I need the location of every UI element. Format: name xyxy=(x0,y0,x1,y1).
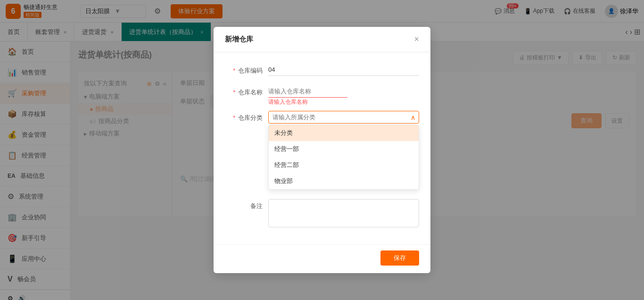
name-input[interactable] xyxy=(268,85,347,98)
code-input[interactable] xyxy=(268,64,419,76)
category-field-row: * 仓库分类 ∧ 未分类 经营一部 经营二部 物业部 xyxy=(225,111,419,124)
name-label: * 仓库名称 xyxy=(225,85,263,97)
notes-label: 备注 xyxy=(225,199,263,210)
dropdown-item-2[interactable]: 经营二部 xyxy=(269,157,419,173)
name-error-msg: 请输入仓库名称 xyxy=(268,98,308,106)
dropdown-item-3[interactable]: 物业部 xyxy=(269,173,419,189)
modal-new-warehouse: 新增仓库 × * 仓库编码 * 仓库名称 请输入仓库名称 * xyxy=(214,27,430,273)
dropdown-item-0[interactable]: 未分类 xyxy=(269,125,419,141)
notes-textarea[interactable] xyxy=(268,199,419,227)
save-button[interactable]: 保存 xyxy=(380,250,419,266)
category-select-wrap: ∧ 未分类 经营一部 经营二部 物业部 xyxy=(268,111,419,124)
category-label: * 仓库分类 xyxy=(225,111,263,122)
category-input[interactable] xyxy=(268,111,419,124)
category-dropdown: 未分类 经营一部 经营二部 物业部 xyxy=(268,125,419,190)
code-label: * 仓库编码 xyxy=(225,64,263,75)
notes-field-row: 备注 xyxy=(225,199,419,227)
modal-header: 新增仓库 × xyxy=(214,27,430,52)
code-field-row: * 仓库编码 xyxy=(225,64,419,76)
modal-title: 新增仓库 xyxy=(225,35,253,44)
modal-body: * 仓库编码 * 仓库名称 请输入仓库名称 * 仓库分类 ∧ xyxy=(214,52,430,244)
name-field-row: * 仓库名称 请输入仓库名称 xyxy=(225,85,419,98)
dropdown-item-1[interactable]: 经营一部 xyxy=(269,141,419,157)
modal-footer: 保存 xyxy=(214,244,430,273)
modal-close-button[interactable]: × xyxy=(414,34,419,44)
